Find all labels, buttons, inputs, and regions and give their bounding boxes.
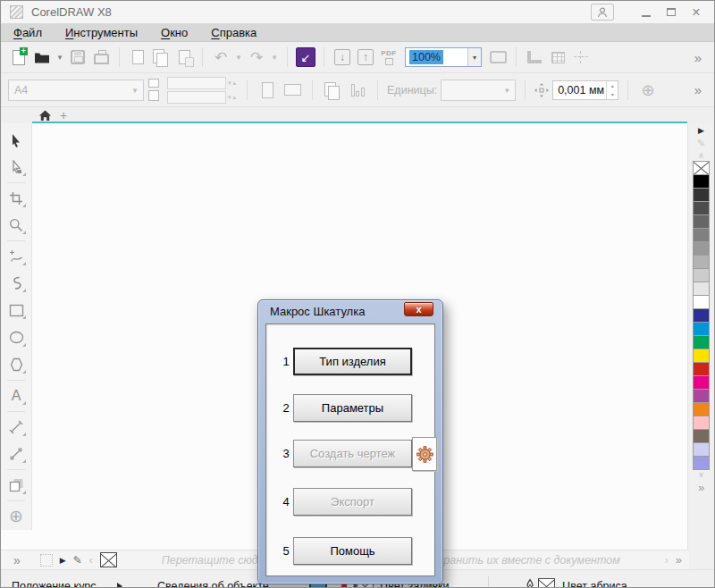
help-button[interactable]: Помощь bbox=[293, 537, 412, 565]
palette-flyout-icon[interactable]: ▶ bbox=[698, 126, 704, 138]
application-launcher-button[interactable]: ↙ bbox=[295, 46, 316, 69]
polygon-tool[interactable] bbox=[3, 351, 29, 378]
width-spin-icons[interactable]: ▾▴ bbox=[228, 80, 238, 87]
palette-swatch[interactable] bbox=[693, 295, 710, 309]
palette-swatch[interactable] bbox=[693, 174, 710, 189]
cut-button[interactable] bbox=[127, 46, 148, 69]
no-color-swatch[interactable] bbox=[693, 161, 710, 175]
page-width-field[interactable] bbox=[167, 77, 226, 89]
toolbox-expand-icon[interactable]: » bbox=[13, 553, 21, 567]
palette-swatch[interactable] bbox=[693, 241, 710, 256]
object-info-label[interactable]: Сведения об объекте bbox=[157, 570, 269, 588]
palette-swatch[interactable] bbox=[693, 322, 710, 336]
publish-pdf-button[interactable]: PDF bbox=[378, 46, 400, 69]
print-button[interactable] bbox=[90, 46, 112, 69]
palette-swatch[interactable] bbox=[693, 308, 710, 323]
text-tool[interactable]: А bbox=[3, 382, 29, 409]
settings-gear-button[interactable] bbox=[412, 437, 437, 471]
palette-swatch[interactable] bbox=[693, 402, 710, 416]
undo-button[interactable]: ↶ bbox=[210, 46, 231, 69]
ellipse-tool[interactable] bbox=[3, 323, 29, 350]
dimension-tool[interactable] bbox=[3, 414, 29, 441]
product-type-button[interactable]: Тип изделия bbox=[293, 348, 412, 375]
minimize-button[interactable] bbox=[634, 4, 659, 21]
paste-button[interactable] bbox=[173, 46, 195, 69]
palette-edit-icon[interactable]: ✎ bbox=[697, 138, 705, 151]
doc-palette-expand-icon[interactable]: » bbox=[676, 553, 682, 567]
show-guidelines-button[interactable] bbox=[570, 46, 592, 69]
zoom-dropdown-icon[interactable]: ▾ bbox=[467, 48, 481, 66]
doc-palette-forward-icon[interactable]: › bbox=[665, 554, 669, 567]
show-grid-button[interactable] bbox=[547, 46, 568, 69]
customize-toolbox-button[interactable]: ⊕ bbox=[3, 503, 29, 530]
new-document-button[interactable]: + bbox=[8, 46, 29, 69]
palette-swatch[interactable] bbox=[693, 228, 710, 242]
account-icon[interactable] bbox=[591, 4, 614, 21]
current-page-button[interactable] bbox=[347, 79, 368, 102]
dialog-close-button[interactable]: x bbox=[404, 302, 433, 316]
palette-swatch[interactable] bbox=[693, 268, 710, 282]
doc-palette-back-icon[interactable]: ‹ bbox=[89, 554, 93, 567]
freehand-tool[interactable] bbox=[3, 243, 29, 270]
doc-palette-flyout-icon[interactable]: ▶ bbox=[60, 556, 66, 565]
menu-item[interactable]: Файл bbox=[13, 26, 42, 39]
maximize-button[interactable] bbox=[659, 4, 684, 21]
palette-swatch[interactable] bbox=[693, 442, 710, 457]
close-button[interactable]: × bbox=[684, 4, 709, 21]
palette-swatch[interactable] bbox=[693, 188, 710, 202]
height-spin-icons[interactable]: ▾▴ bbox=[228, 94, 238, 101]
open-button[interactable] bbox=[31, 46, 53, 69]
menu-item[interactable]: Окно bbox=[161, 26, 188, 39]
menu-item[interactable]: Справка bbox=[211, 26, 257, 39]
palette-swatch[interactable] bbox=[693, 416, 710, 430]
add-control-button[interactable]: ⊕ bbox=[637, 79, 659, 102]
no-color-swatch[interactable] bbox=[100, 552, 117, 567]
cursor-position-label[interactable]: Положение курс... bbox=[12, 570, 105, 588]
doc-palette-edit-icon[interactable]: ✎ bbox=[73, 554, 82, 567]
copy-button[interactable] bbox=[150, 46, 172, 69]
zoom-tool[interactable] bbox=[3, 212, 29, 239]
crop-tool[interactable] bbox=[3, 185, 29, 212]
palette-swatch[interactable] bbox=[693, 375, 710, 390]
palette-swatch[interactable] bbox=[693, 456, 710, 470]
new-tab-button[interactable]: + bbox=[60, 109, 67, 122]
palette-scroll-down-icon[interactable]: ∨ bbox=[698, 470, 704, 481]
pick-tool[interactable] bbox=[3, 127, 29, 154]
palette-swatch[interactable] bbox=[693, 349, 710, 363]
palette-swatch[interactable] bbox=[693, 255, 710, 269]
shape-tool[interactable] bbox=[3, 154, 29, 181]
open-dropdown-icon[interactable]: ▾ bbox=[55, 53, 65, 62]
redo-dropdown-icon[interactable]: ▾ bbox=[269, 53, 280, 62]
undo-dropdown-icon[interactable]: ▾ bbox=[233, 53, 244, 62]
palette-swatch[interactable] bbox=[693, 429, 710, 443]
units-combobox[interactable]: ▾ bbox=[441, 80, 516, 101]
outline-color-swatch[interactable] bbox=[538, 570, 555, 588]
show-rulers-button[interactable] bbox=[524, 46, 545, 69]
save-button[interactable] bbox=[67, 46, 88, 69]
export-button[interactable]: ↑ bbox=[355, 46, 376, 69]
connector-tool[interactable] bbox=[3, 441, 29, 467]
portrait-button[interactable] bbox=[257, 79, 278, 102]
palette-swatch[interactable] bbox=[693, 201, 710, 215]
redo-button[interactable]: ↷ bbox=[246, 46, 267, 69]
zoom-level-combobox[interactable]: 100% ▾ bbox=[405, 47, 482, 67]
palette-expand-icon[interactable]: » bbox=[698, 481, 704, 494]
artistic-media-tool[interactable] bbox=[3, 270, 29, 297]
parameters-button[interactable]: Параметры bbox=[293, 394, 412, 422]
rectangle-tool[interactable] bbox=[3, 297, 29, 323]
nudge-distance-field[interactable]: 0,001 мм ▴▾ bbox=[552, 80, 618, 100]
menu-item[interactable]: Инструменты bbox=[65, 26, 138, 39]
drop-shadow-tool[interactable] bbox=[3, 472, 29, 499]
palette-swatch[interactable] bbox=[693, 214, 710, 229]
palette-swatch[interactable] bbox=[693, 281, 710, 296]
landscape-button[interactable] bbox=[282, 79, 303, 102]
palette-swatch[interactable] bbox=[693, 362, 710, 376]
fullscreen-preview-button[interactable] bbox=[487, 46, 509, 69]
nudge-spin-buttons[interactable]: ▴▾ bbox=[606, 81, 618, 99]
all-pages-button[interactable] bbox=[322, 79, 343, 102]
toolbar-overflow-icon[interactable]: » bbox=[694, 50, 707, 65]
page-size-combobox[interactable]: A4 ▾ bbox=[8, 80, 144, 101]
palette-swatch[interactable] bbox=[693, 389, 710, 403]
page-height-field[interactable] bbox=[167, 91, 226, 104]
palette-swatch[interactable] bbox=[693, 335, 710, 349]
